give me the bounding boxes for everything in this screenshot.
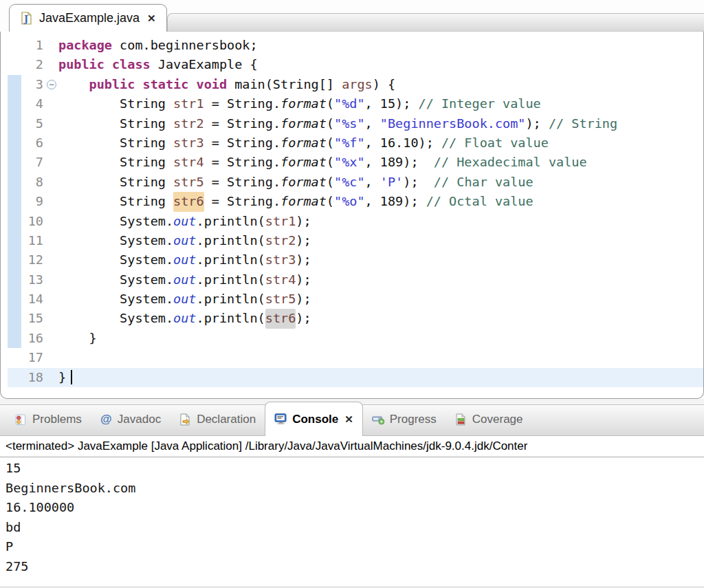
code-line[interactable]: 7 String str4 = String.format("%x", 189)… xyxy=(1,153,703,172)
fold-column[interactable] xyxy=(46,173,58,192)
code-line[interactable]: 6 String str3 = String.format("%f", 16.1… xyxy=(1,133,703,153)
code-line[interactable]: 11 System.out.println(str2); xyxy=(1,231,703,250)
annotation-column xyxy=(1,212,8,231)
console-output-line[interactable]: 16.100000 xyxy=(6,498,704,518)
code-text: public class JavaExample { xyxy=(58,55,703,74)
code-text: } xyxy=(58,329,703,348)
editor-tab-javaexample[interactable]: J JavaExample.java ✕ xyxy=(9,4,167,32)
fold-column[interactable] xyxy=(46,192,58,211)
console-output[interactable]: 15BeginnersBook.com16.100000bdP275 xyxy=(0,457,704,587)
fold-column[interactable] xyxy=(46,250,58,270)
fold-column[interactable] xyxy=(46,55,58,74)
line-number[interactable]: 8 xyxy=(21,173,46,192)
code-line[interactable]: 2public class JavaExample { xyxy=(1,55,703,74)
range-indicator xyxy=(8,173,21,192)
line-number[interactable]: 4 xyxy=(21,94,46,113)
console-output-line[interactable]: 15 xyxy=(6,459,704,479)
line-number[interactable]: 7 xyxy=(21,153,46,172)
range-indicator xyxy=(8,114,21,133)
code-text: String str3 = String.format("%f", 16.10)… xyxy=(58,133,703,153)
problems-icon xyxy=(14,413,28,426)
line-number[interactable]: 6 xyxy=(21,133,46,153)
line-number[interactable]: 14 xyxy=(21,290,46,309)
code-line[interactable]: 5 String str2 = String.format("%s", "Beg… xyxy=(1,114,703,133)
range-indicator xyxy=(8,36,21,55)
editor-panel: J JavaExample.java ✕ 1package com.beginn… xyxy=(0,0,704,399)
range-indicator xyxy=(8,133,21,153)
range-indicator xyxy=(8,231,21,250)
code-line[interactable]: 4 String str1 = String.format("%d", 15);… xyxy=(1,94,703,113)
range-indicator xyxy=(8,270,21,290)
fold-column[interactable] xyxy=(46,329,58,348)
line-number[interactable]: 17 xyxy=(21,348,46,367)
line-number[interactable]: 3 xyxy=(21,75,46,94)
range-indicator xyxy=(8,212,21,231)
code-text: System.out.println(str2); xyxy=(58,231,703,250)
code-line[interactable]: 3− public static void main(String[] args… xyxy=(1,75,703,94)
tab-coverage[interactable]: Coverage xyxy=(446,404,532,435)
fold-column[interactable] xyxy=(46,309,58,328)
line-number[interactable]: 15 xyxy=(21,309,46,328)
console-output-line[interactable]: P xyxy=(6,537,704,557)
console-output-line[interactable]: bd xyxy=(6,518,704,538)
editor-tab-title: JavaExample.java xyxy=(39,11,140,25)
code-line[interactable]: 12 System.out.println(str3); xyxy=(1,250,703,270)
fold-column[interactable]: − xyxy=(46,75,58,94)
code-line[interactable]: 17 xyxy=(1,348,703,367)
line-number[interactable]: 10 xyxy=(21,212,46,231)
code-text: String str5 = String.format("%c", 'P'); … xyxy=(58,173,703,192)
tab-problems[interactable]: Problems xyxy=(6,404,91,435)
fold-column[interactable] xyxy=(46,212,58,231)
code-line[interactable]: 18} xyxy=(1,368,703,387)
line-number[interactable]: 18 xyxy=(21,368,46,387)
fold-column[interactable] xyxy=(46,368,58,387)
code-text: System.out.println(str3); xyxy=(58,250,703,270)
code-line[interactable]: 15 System.out.println(str6); xyxy=(1,309,703,328)
tab-label: Coverage xyxy=(472,413,523,426)
close-icon[interactable]: ✕ xyxy=(147,12,156,25)
code-text: package com.beginnersbook; xyxy=(58,36,703,55)
code-line[interactable]: 8 String str5 = String.format("%c", 'P')… xyxy=(1,173,703,192)
code-line[interactable]: 1package com.beginnersbook; xyxy=(1,36,703,55)
code-line[interactable]: 9 String str6 = String.format("%o", 189)… xyxy=(1,192,703,211)
tab-console[interactable]: Console✕ xyxy=(265,402,363,436)
collapse-icon[interactable]: − xyxy=(47,80,56,89)
tab-javadoc[interactable]: @Javadoc xyxy=(91,404,170,435)
code-area[interactable]: 1package com.beginnersbook;2public class… xyxy=(0,32,704,399)
line-number[interactable]: 5 xyxy=(21,114,46,133)
close-icon[interactable]: ✕ xyxy=(344,413,353,426)
console-output-line[interactable]: BeginnersBook.com xyxy=(6,479,704,499)
fold-column[interactable] xyxy=(46,270,58,290)
line-number[interactable]: 13 xyxy=(21,270,46,290)
svg-text:J: J xyxy=(23,14,28,24)
annotation-column xyxy=(1,173,8,192)
tab-progress[interactable]: Progress xyxy=(363,404,446,435)
code-line[interactable]: 13 System.out.println(str4); xyxy=(1,270,703,290)
line-number[interactable]: 16 xyxy=(21,329,46,348)
annotation-column xyxy=(1,192,8,211)
code-line[interactable]: 14 System.out.println(str5); xyxy=(1,290,703,309)
annotation-column xyxy=(1,36,8,55)
fold-column[interactable] xyxy=(46,348,58,367)
code-line[interactable]: 16 } xyxy=(1,329,703,348)
range-indicator xyxy=(8,348,21,367)
line-number[interactable]: 2 xyxy=(21,55,46,74)
fold-column[interactable] xyxy=(46,133,58,153)
annotation-column xyxy=(1,270,8,290)
line-number[interactable]: 12 xyxy=(21,250,46,270)
line-number[interactable]: 11 xyxy=(21,231,46,250)
fold-column[interactable] xyxy=(46,36,58,55)
fold-column[interactable] xyxy=(46,114,58,133)
console-output-line[interactable]: 275 xyxy=(6,557,704,577)
fold-column[interactable] xyxy=(46,231,58,250)
code-line[interactable]: 10 System.out.println(str1); xyxy=(1,212,703,231)
fold-column[interactable] xyxy=(46,94,58,113)
fold-column[interactable] xyxy=(46,153,58,172)
annotation-column xyxy=(1,231,8,250)
tab-declaration[interactable]: Declaration xyxy=(170,404,265,435)
fold-column[interactable] xyxy=(46,290,58,309)
annotation-column xyxy=(1,55,8,74)
annotation-column xyxy=(1,133,8,153)
line-number[interactable]: 1 xyxy=(21,36,46,55)
line-number[interactable]: 9 xyxy=(21,192,46,211)
